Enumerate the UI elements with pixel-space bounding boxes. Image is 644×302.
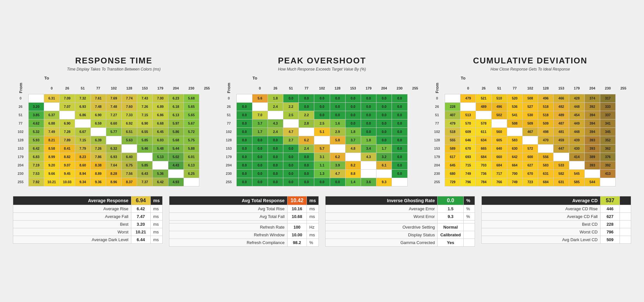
matrix-cell: 0.0 — [283, 144, 298, 153]
matrix-cell: 6.13 — [168, 111, 184, 119]
matrix-cell: 560 — [491, 127, 507, 136]
matrix-cell: 7.92 — [28, 178, 44, 186]
matrix-cell: 9.20 — [44, 161, 59, 169]
matrix-cell: 228 — [445, 102, 460, 111]
matrix-cell: 341 — [600, 119, 616, 127]
matrix-cell: 496 — [491, 102, 507, 111]
matrix-cell: 703 — [476, 161, 491, 169]
stats-row-value: 98.2 — [287, 239, 307, 246]
matrix-cell: 394 — [584, 111, 600, 119]
matrix-cell — [90, 127, 106, 136]
matrix-cell — [252, 102, 268, 111]
matrix-cell: 0.0 — [392, 169, 407, 178]
matrix-cell: 394 — [584, 119, 600, 127]
matrix-cell: 7.74 — [121, 94, 137, 102]
matrix-cell: 0.0 — [299, 178, 314, 186]
col-header: 153 — [554, 82, 569, 94]
matrix-cell: 589 — [445, 144, 460, 153]
row-header: 179 — [13, 153, 28, 161]
col-header: 26 — [476, 82, 491, 94]
matrix-cell: 6.03 — [153, 136, 168, 144]
matrix-cell: 0.0 — [345, 102, 361, 111]
matrix-cell: 611 — [476, 127, 491, 136]
matrix-cell: 0.0 — [314, 178, 330, 186]
row-header: 0 — [429, 94, 445, 102]
matrix-cell: 5.7 — [314, 144, 330, 153]
stats-row-unit: ms — [150, 205, 162, 212]
matrix-cell: 0.0 — [361, 119, 376, 127]
stats-data-row: Avg Dark Level CD509 — [482, 236, 631, 243]
matrix-cell: 7.48 — [90, 102, 106, 111]
corner-cell — [237, 82, 252, 94]
matrix-cell: 0.0 — [361, 127, 376, 136]
stats-title-value: 10.42 — [287, 196, 307, 205]
matrix-cell: 0.0 — [252, 153, 268, 161]
matrix-cell: 1.8 — [345, 127, 361, 136]
matrix-cell: 9.45 — [60, 169, 75, 178]
matrix-cell — [106, 136, 121, 144]
col-header: 179 — [569, 82, 584, 94]
stats-data-row: Average CD Fall627 — [482, 212, 631, 220]
matrix-cell: 2.8 — [299, 119, 314, 127]
matrix-cell: 0.0 — [252, 144, 268, 153]
matrix-cell: 518 — [445, 127, 460, 136]
matrix-cell — [523, 136, 538, 144]
matrix-cell: 521 — [476, 94, 491, 102]
row-header: 255 — [221, 178, 237, 186]
matrix-cell: 449 — [569, 119, 584, 127]
matrix-cell: 6.23 — [168, 94, 184, 102]
matrix-cell: 634 — [476, 136, 491, 144]
col-header: 0 — [252, 82, 268, 94]
stats-row-unit — [620, 236, 631, 243]
matrix-cell: 430 — [569, 144, 584, 153]
matrix-cell: 6.40 — [121, 153, 137, 161]
matrix-cell: 5.44 — [168, 144, 184, 153]
matrix-cell: 541 — [507, 111, 522, 119]
matrix-cell: 333 — [600, 102, 616, 111]
matrix-cell — [44, 102, 59, 111]
stats-row-label: Best — [13, 220, 131, 228]
matrix-cell: 0.0 — [392, 136, 407, 144]
stats-row-unit: ms — [150, 236, 162, 243]
matrix-cell: 5.72 — [184, 127, 199, 136]
matrix-cell: 0.0 — [376, 111, 392, 119]
matrix-cell: 0.0 — [392, 94, 407, 102]
matrix-cell: 2.9 — [330, 127, 345, 136]
matrix-cell: 10.21 — [44, 178, 59, 186]
matrix-cell: 8.8 — [345, 169, 361, 178]
matrix-cell: 393 — [584, 136, 600, 144]
matrix-cell: 8.2 — [345, 161, 361, 169]
matrix-cell: 6.93 — [106, 153, 121, 161]
matrix-cell: 0.0 — [237, 127, 252, 136]
col-header: 255 — [199, 82, 214, 94]
col-header: 51 — [491, 82, 507, 94]
matrix-cell: 6.43 — [137, 169, 153, 178]
matrix-cell: 545 — [569, 169, 584, 178]
stats-row-unit: ms — [307, 231, 318, 239]
stats-data-row: Average Rise6.42ms — [13, 205, 163, 212]
matrix-cell: 0.0 — [376, 94, 392, 102]
stats-row-label: Overdrive Setting — [326, 223, 438, 231]
matrix-cell: 6.2 — [299, 136, 314, 144]
matrix-cell: 5.65 — [184, 102, 199, 111]
matrix-cell: 0.0 — [392, 111, 407, 119]
matrix-cell: 376 — [600, 153, 616, 161]
matrix-cell: 7.79 — [75, 144, 90, 153]
row-header: 128 — [13, 136, 28, 144]
matrix-cell: 518 — [538, 111, 554, 119]
matrix-cell: 2.2 — [299, 111, 314, 119]
matrix-cell: 0.0 — [345, 94, 361, 102]
matrix-cell: 466 — [554, 94, 569, 102]
matrix-cell — [283, 119, 298, 127]
peak-overshoot-subtitle: How Much Response Exceeds Target Value B… — [221, 67, 423, 71]
matrix-cell — [137, 153, 153, 161]
matrix-cell — [330, 144, 345, 153]
matrix-cell: 6.2 — [330, 153, 345, 161]
stats-row-label — [326, 220, 438, 223]
stats-row-unit — [464, 239, 475, 246]
row-header: 128 — [221, 136, 237, 144]
stats-row-value: 446 — [601, 205, 620, 212]
matrix-cell: 496 — [538, 94, 554, 102]
stats-row-unit — [620, 220, 631, 228]
matrix-cell: 510 — [491, 94, 507, 102]
